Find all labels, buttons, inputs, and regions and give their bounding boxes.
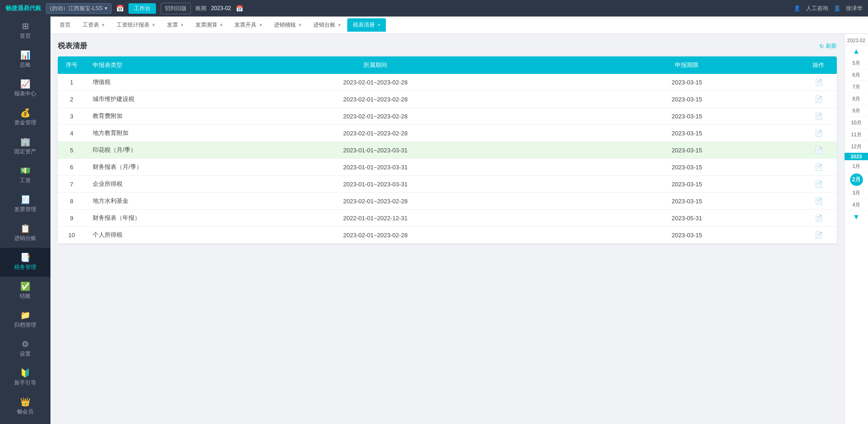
sidebar-item-salary[interactable]: 💵 工资 [0, 161, 50, 190]
tab-in-ledger-close[interactable]: × [338, 22, 341, 28]
table-row: 4地方教育附加2023-02-01~2023-02-282023-03-15📄 [58, 125, 837, 142]
sidebar-item-report[interactable]: 📈 报表中心 [0, 74, 50, 103]
cell-period: 2023-02-01~2023-02-28 [177, 74, 574, 91]
cell-period: 2022-01-01~2022-12-31 [177, 210, 574, 227]
month-item-11[interactable]: 11月 [845, 129, 868, 141]
tab-home[interactable]: 首页 [54, 18, 76, 32]
cell-period: 2023-02-01~2023-02-28 [177, 125, 574, 142]
cell-period: 2023-02-01~2023-02-28 [177, 227, 574, 244]
cell-deadline: 2023-05-31 [574, 210, 800, 227]
table-row: 9财务报表（年报）2022-01-01~2022-12-312023-05-31… [58, 210, 837, 227]
page-header: 税表清册 ↻ 刷新 [58, 41, 837, 51]
calendar-icon: 📅 [116, 5, 124, 12]
cell-no: 3 [58, 108, 85, 125]
tab-salary-stat[interactable]: 工资统计报表 × [111, 18, 161, 32]
sidebar-item-archive[interactable]: 📁 归档管理 [0, 306, 50, 335]
sidebar-item-member[interactable]: 👑 畅会员 [0, 392, 50, 421]
month-item-1[interactable]: 1月 [845, 161, 868, 173]
fund-icon: 💰 [20, 109, 30, 117]
view-action-icon[interactable]: 📄 [815, 95, 823, 103]
cell-action: 📄 [800, 91, 837, 108]
col-type: 申报表类型 [85, 56, 177, 74]
tab-invoice-calc-close[interactable]: × [220, 22, 223, 28]
ai-consult-link[interactable]: 人工咨询 [806, 5, 828, 12]
right-panel: 2023.02 ▲ 5月 6月 7月 8月 9月 10月 11月 12月 202… [844, 34, 868, 424]
month-item-9[interactable]: 9月 [845, 105, 868, 117]
cell-no: 7 [58, 176, 85, 193]
view-action-icon[interactable]: 📄 [815, 129, 823, 137]
cell-type: 个人所得税 [85, 227, 177, 244]
sidebar-item-guide[interactable]: 🔰 新手引导 [0, 363, 50, 392]
month-item-6[interactable]: 6月 [845, 69, 868, 81]
old-version-button[interactable]: 切到旧版 [161, 3, 191, 14]
company-name: (勿动）江西服宝-LSS [50, 5, 103, 12]
view-action-icon[interactable]: 📄 [815, 78, 823, 86]
page-content: 税表清册 ↻ 刷新 序号 申报表类型 所属期间 申报期限 操作 [50, 34, 844, 424]
scroll-down-button[interactable]: ▼ [853, 211, 860, 223]
sidebar-item-settings[interactable]: ⚙ 设置 [0, 335, 50, 363]
tab-in-check[interactable]: 进销稽核 × [268, 18, 307, 32]
view-action-icon[interactable]: 📄 [815, 112, 823, 120]
tab-tax-list-close[interactable]: × [378, 22, 380, 28]
sidebar-item-settle[interactable]: ✅ 结账 [0, 277, 50, 306]
month-item-8[interactable]: 8月 [845, 93, 868, 105]
tab-in-ledger[interactable]: 进销台账 × [308, 18, 346, 32]
tax-icon: 📑 [20, 253, 30, 262]
tab-salary-stat-close[interactable]: × [152, 22, 155, 28]
sidebar-label-ledger: 总账 [20, 61, 31, 69]
sidebar-item-fixed[interactable]: 🏢 固定资产 [0, 132, 50, 161]
cell-deadline: 2023-03-15 [574, 142, 800, 159]
ai-consult-icon: 👤 [794, 5, 801, 11]
sidebar-item-inout[interactable]: 📋 进销台账 [0, 219, 50, 248]
view-action-icon[interactable]: 📄 [815, 163, 823, 171]
month-item-7[interactable]: 7月 [845, 81, 868, 93]
month-item-2-active[interactable]: 2月 [850, 173, 863, 186]
view-action-icon[interactable]: 📄 [815, 146, 823, 154]
sidebar-item-home[interactable]: ⊞ 首页 [0, 17, 50, 45]
tab-in-check-label: 进销稽核 [274, 21, 296, 29]
top-bar-right: 👤 人工咨询 👤 徐泽华 [794, 5, 862, 12]
cell-no: 9 [58, 210, 85, 227]
tab-in-check-close[interactable]: × [299, 22, 301, 28]
view-action-icon[interactable]: 📄 [815, 197, 823, 205]
cell-type: 教育费附加 [85, 108, 177, 125]
tab-home-label: 首页 [60, 21, 71, 29]
member-icon: 👑 [20, 398, 30, 406]
view-action-icon[interactable]: 📄 [815, 231, 823, 239]
cell-period: 2023-01-01~2023-03-31 [177, 176, 574, 193]
cell-deadline: 2023-03-15 [574, 176, 800, 193]
sidebar-item-ledger[interactable]: 📊 总账 [0, 45, 50, 74]
month-item-3[interactable]: 3月 [845, 187, 868, 199]
month-item-10[interactable]: 10月 [845, 117, 868, 129]
refresh-button[interactable]: ↻ 刷新 [819, 42, 837, 50]
tab-salary-table-label: 工资表 [83, 21, 99, 29]
table-row: 2城市维护建设税2023-02-01~2023-02-282023-03-15📄 [58, 91, 837, 108]
tab-bar: 首页 工资表 × 工资统计报表 × 发票 × 发票测算 × 发票开具 × [50, 17, 868, 34]
tab-salary-table[interactable]: 工资表 × [77, 18, 110, 32]
view-action-icon[interactable]: 📄 [815, 214, 823, 222]
tab-invoice-issue-close[interactable]: × [259, 22, 262, 28]
scroll-up-button[interactable]: ▲ [853, 45, 860, 57]
sidebar-item-fund[interactable]: 💰 资金管理 [0, 103, 50, 132]
tab-invoice-issue[interactable]: 发票开具 × [229, 18, 267, 32]
report-icon: 📈 [20, 80, 30, 88]
app-logo: 畅捷通易代账 [6, 4, 41, 12]
sidebar-item-invoice[interactable]: 🧾 发票管理 [0, 190, 50, 219]
month-item-12[interactable]: 12月 [845, 141, 868, 153]
tab-salary-table-close[interactable]: × [102, 22, 105, 28]
company-selector[interactable]: (勿动）江西服宝-LSS ▾ [46, 3, 111, 14]
col-period: 所属期间 [177, 56, 574, 74]
view-action-icon[interactable]: 📄 [815, 180, 823, 188]
ledger-icon: 📊 [20, 51, 30, 59]
month-item-5[interactable]: 5月 [845, 57, 868, 69]
workbench-button[interactable]: 工作台 [128, 3, 156, 14]
sidebar-item-tax[interactable]: 📑 税务管理 [0, 248, 50, 277]
tab-invoice-close[interactable]: × [181, 22, 184, 28]
tab-invoice[interactable]: 发票 × [161, 18, 189, 32]
month-item-4[interactable]: 4月 [845, 199, 868, 211]
tab-tax-list[interactable]: 税表清册 × [347, 18, 386, 32]
table-row: 6财务报表（月/季）2023-01-01~2023-03-312023-03-1… [58, 159, 837, 176]
user-name[interactable]: 徐泽华 [846, 5, 862, 12]
cell-action: 📄 [800, 125, 837, 142]
tab-invoice-calc[interactable]: 发票测算 × [190, 18, 228, 32]
